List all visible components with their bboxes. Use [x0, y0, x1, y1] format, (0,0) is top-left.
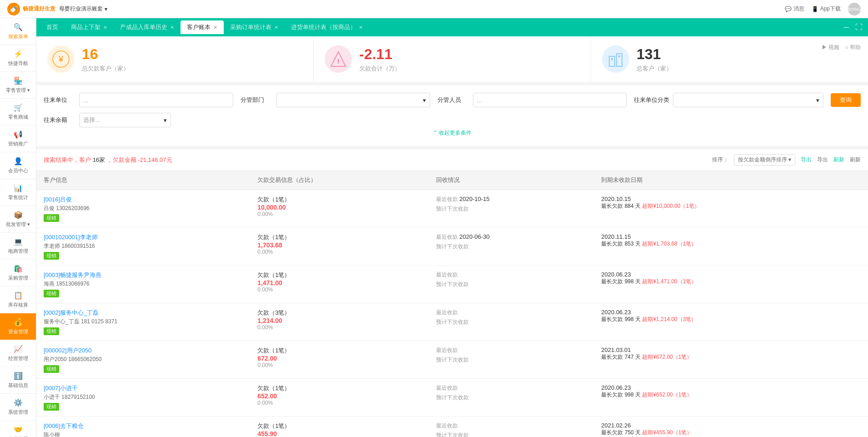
overdue-link-1[interactable]: 超期¥1,703.68（1笔）	[642, 241, 697, 247]
customer-name-5[interactable]: [0007]小进干	[44, 384, 243, 392]
svg-text:!: !	[337, 58, 339, 65]
app-download-button[interactable]: 📱 App下载	[812, 5, 841, 13]
overdue-info-5: 最长欠款 998 天 超期¥652.00（1笔）	[601, 391, 861, 399]
sidebar-item-search-menu[interactable]: 🔍 搜索菜单	[0, 18, 36, 45]
customer-name-3[interactable]: [0002]服务中心_丁磊	[44, 309, 243, 317]
debt-count-1: 欠款（1笔）	[257, 233, 421, 241]
overdue-link-4[interactable]: 超期¥672.00（1笔）	[642, 354, 692, 360]
sidebar-item-biz-mgmt[interactable]: 📈 经营管理	[0, 340, 36, 367]
tab-product-history[interactable]: 产成品入库单历史 ✕	[114, 20, 181, 34]
sidebar-item-purchase[interactable]: 🛍️ 采购管理	[0, 260, 36, 286]
overdue-info-1: 最长欠款 853 天 超期¥1,703.68（1笔）	[601, 240, 861, 248]
tab-maximize-button[interactable]: ⛶	[853, 22, 864, 32]
search-button[interactable]: 查询	[831, 93, 861, 107]
debt-amount-6[interactable]: 455.90	[257, 430, 421, 437]
industry-name: 母婴行业演示账套	[59, 5, 103, 13]
filter-item-person: 分管人员 ...	[437, 93, 627, 107]
table-row: [000002]用户2050 用户2050 18665062050 现销 欠款（…	[36, 341, 868, 379]
sidebar-item-inventory[interactable]: 📋 库存核算	[0, 286, 36, 313]
top-bar-right: 💬 消息 📱 App下载 demo2	[785, 3, 861, 15]
sidebar-label-batch: 批发管理 ▾	[6, 221, 30, 228]
industry-selector[interactable]: 母婴行业演示账套 ▾	[59, 5, 107, 13]
sidebar-item-member[interactable]: 👤 会员中心	[0, 152, 36, 179]
debt-amount-5[interactable]: 652.00	[257, 392, 421, 400]
tab-minimize-button[interactable]: ─	[842, 22, 851, 32]
tab-product-offline-close[interactable]: ✕	[103, 25, 107, 30]
col-header-customer: 客户信息	[36, 171, 250, 190]
filter-person-input[interactable]: ...	[473, 93, 627, 107]
overdue-link-3[interactable]: 超期¥1,214.00（3笔）	[642, 316, 697, 322]
recovery-cell-0: 最近收款 2020-10-15 预计下次收款	[429, 190, 594, 228]
message-button[interactable]: 💬 消息	[785, 5, 804, 13]
sidebar-item-retail-stats[interactable]: 📊 零售统计	[0, 179, 36, 206]
sidebar-item-ecommerce[interactable]: 💻 电商管理	[0, 233, 36, 260]
debt-amount-4[interactable]: 672.00	[257, 355, 421, 362]
next-label-0: 预计下次收款	[436, 205, 587, 213]
customer-name-0[interactable]: [0016]吕俊	[44, 196, 243, 204]
debt-cell-0: 欠款（1笔） 10,000.00 0.00%	[250, 190, 428, 228]
sort-select[interactable]: 按欠款金额倒序排序 ▾	[734, 154, 795, 166]
table-row: [0007]小进干 小进干 18279152100 现销 欠款（1笔） 652.…	[36, 379, 868, 417]
tab-actions: ─ ⛶	[842, 22, 864, 32]
sidebar-item-retail-mall[interactable]: 🛒 零售商城	[0, 99, 36, 126]
recovery-cell-3: 最近收款 预计下次收款	[429, 303, 594, 341]
overdue-link-6[interactable]: 超期¥455.90（1笔）	[642, 429, 692, 436]
tab-instock-stats[interactable]: 进货单统计表（按商品） ✕	[285, 20, 369, 34]
sidebar-item-marketing[interactable]: 📢 营销推广	[0, 126, 36, 152]
table-row: [0001020001]李老师 李老师 18600391516 现销 欠款（1笔…	[36, 228, 868, 266]
stat-card-total-customers: 131 总客户（家） ▶ 视频 ○ 帮助	[591, 36, 868, 82]
debt-amount-2[interactable]: 1,471.00	[257, 279, 421, 286]
customer-name-1[interactable]: [0001020001]李老师	[44, 233, 243, 241]
debt-cell-4: 欠款（1笔） 672.00 0.00%	[250, 341, 428, 379]
filter-dept-select[interactable]: ▾	[276, 93, 430, 107]
customer-phone-6: 陈小柳	[44, 431, 243, 437]
customer-phone-2: 海燕 18513066976	[44, 280, 243, 288]
debt-amount-1[interactable]: 1,703.68	[257, 241, 421, 249]
sidebar-label-retail-stats: 零售统计	[8, 194, 28, 201]
customer-name-2[interactable]: [0003]畅捷服务尹海燕	[44, 271, 243, 279]
overdue-info-2: 最长欠款 998 天 超期¥1,471.00（1笔）	[601, 278, 861, 286]
debt-amount-3[interactable]: 1,214.00	[257, 317, 421, 324]
overdue-link-0[interactable]: 超期¥10,000.00（1笔）	[642, 203, 700, 209]
sidebar: 🔍 搜索菜单 ⚡ 快捷导航 🏪 零售管理 ▾ 🛒 零售商城 📢 营销推广 👤	[0, 18, 36, 437]
sidebar-item-finance[interactable]: 💰 资金管理	[0, 313, 36, 340]
sidebar-label-search: 搜索菜单	[8, 33, 28, 40]
recent-label-6: 最近收款	[436, 422, 587, 430]
tab-product-offline[interactable]: 商品上下架 ✕	[65, 20, 114, 34]
due-cell-4: 2021.03.01 最长欠款 747 天 超期¥672.00（1笔）	[594, 341, 868, 379]
tab-product-history-close[interactable]: ✕	[170, 25, 174, 30]
table-body: [0016]吕俊 吕俊 13026203696 现销 欠款（1笔） 10,000…	[36, 190, 868, 437]
customer-tag-4: 现销	[44, 365, 59, 373]
tab-instock-close[interactable]: ✕	[359, 25, 363, 30]
customer-name-6[interactable]: [0006]去下粮仓	[44, 422, 243, 430]
tab-customer-account[interactable]: 客户账本 ✕	[181, 20, 224, 34]
tab-purchase-order-stats[interactable]: 采购订单统计表 ✕	[224, 20, 285, 34]
tab-customer-account-close[interactable]: ✕	[213, 25, 217, 30]
sidebar-item-batch-mgmt[interactable]: 📦 批发管理 ▾	[0, 206, 36, 233]
sidebar-item-quick-nav[interactable]: ⚡ 快捷导航	[0, 45, 36, 72]
filter-unit-input[interactable]: ...	[79, 93, 233, 107]
sidebar-item-retail-mgmt[interactable]: 🏪 零售管理 ▾	[0, 72, 36, 99]
next-label-1: 预计下次收款	[436, 243, 587, 251]
user-avatar[interactable]: demo2	[848, 3, 861, 15]
due-date-6: 2021.02.26	[601, 422, 861, 429]
customer-name-4[interactable]: [000002]用户2050	[44, 347, 243, 355]
filter-unit-class-select[interactable]: ▾	[673, 93, 823, 107]
export-button[interactable]: 导出	[801, 156, 812, 164]
collapse-filters-button[interactable]: ⌃ 收起更多条件	[44, 127, 861, 139]
filter-balance-select[interactable]: 选择... ▾	[79, 113, 171, 127]
overdue-link-5[interactable]: 超期¥652.00（1笔）	[642, 392, 692, 398]
help-button[interactable]: ○ 帮助	[845, 44, 861, 51]
sidebar-item-basic-info[interactable]: ℹ️ 基础信息	[0, 367, 36, 394]
tab-purchase-order-close[interactable]: ✕	[274, 25, 278, 30]
stats-row: ¥ 16 总欠款客户（家） !	[36, 36, 868, 82]
recovery-cell-1: 最近收款 2020-06-30 预计下次收款	[429, 228, 594, 266]
debt-amount-0[interactable]: 10,000.00	[257, 204, 421, 211]
view-video-button[interactable]: ▶ 视频	[822, 44, 839, 51]
refresh-button[interactable]: 刷新	[833, 156, 844, 164]
sidebar-item-enterprise[interactable]: 🤝 企业协同	[0, 421, 36, 437]
overdue-link-2[interactable]: 超期¥1,471.00（1笔）	[642, 278, 697, 285]
tab-home[interactable]: 首页	[40, 20, 65, 34]
sidebar-label-system: 系统管理	[8, 409, 28, 416]
sidebar-item-system[interactable]: ⚙️ 系统管理	[0, 394, 36, 421]
